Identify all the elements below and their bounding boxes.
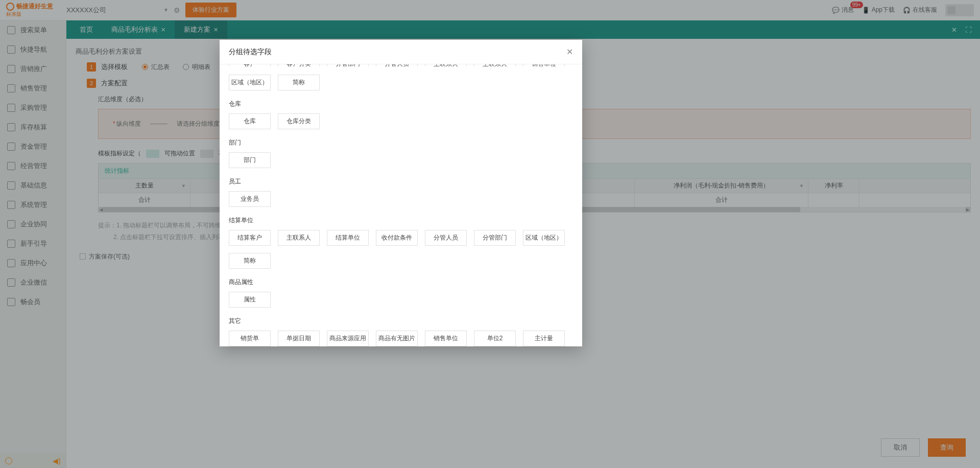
field-chip[interactable]: 商品有无图片 (376, 331, 418, 346)
field-group-title: 商品属性 (229, 278, 573, 287)
field-chip[interactable]: 主计量 (523, 331, 565, 346)
field-chip[interactable]: 主联系人 (425, 64, 467, 66)
field-chip[interactable]: 主联系人 (278, 230, 320, 246)
field-group-title: 其它 (229, 317, 573, 325)
field-chip[interactable]: 单据日期 (278, 331, 320, 346)
field-row: 仓库仓库分类 (229, 113, 573, 129)
field-row: 业务员 (229, 191, 573, 207)
close-icon[interactable]: ✕ (566, 47, 573, 57)
field-row: 区域（地区） 简称 (229, 74, 573, 90)
field-chip[interactable]: 区域（地区） (229, 75, 271, 90)
field-chip[interactable]: 销售单位 (523, 64, 565, 66)
field-row: 销货单单据日期商品来源应用商品有无图片销售单位单位2主计量制单人审核人出库人预计… (229, 331, 573, 346)
field-chip[interactable]: 结算客户 (229, 230, 271, 246)
field-chip[interactable]: 分管人员 (376, 64, 418, 66)
field-chip[interactable]: 客户 (229, 64, 271, 66)
field-chip[interactable]: 单位2 (474, 331, 516, 346)
field-chip[interactable]: 主联系人 (474, 64, 516, 66)
field-chip[interactable]: 业务员 (229, 191, 271, 207)
field-chip[interactable]: 部门 (229, 152, 271, 168)
field-chip[interactable]: 仓库分类 (278, 113, 320, 129)
field-chip[interactable]: 客户分类 (278, 64, 320, 66)
field-row: 客户 客户分类 分管部门 分管人员 主联系人 主联系人 销售单位 (229, 64, 573, 66)
field-chip[interactable]: 销售单位 (425, 331, 467, 346)
field-chip[interactable]: 分管人员 (425, 230, 467, 246)
field-chip[interactable]: 简称 (278, 75, 320, 90)
field-row: 属性 (229, 292, 573, 308)
field-chip[interactable]: 收付款条件 (376, 230, 418, 246)
field-group-title: 结算单位 (229, 216, 573, 225)
field-chip[interactable]: 仓库 (229, 113, 271, 129)
field-chip[interactable]: 商品来源应用 (327, 331, 369, 346)
modal-header: 分组待选字段 ✕ (220, 40, 582, 64)
field-group-title: 部门 (229, 138, 573, 147)
field-group-title: 仓库 (229, 100, 573, 108)
modal-title: 分组待选字段 (229, 48, 566, 57)
field-chip[interactable]: 属性 (229, 292, 271, 308)
field-row: 结算客户主联系人结算单位收付款条件分管人员分管部门区域（地区）简称 (229, 230, 573, 269)
field-chip[interactable]: 区域（地区） (523, 230, 565, 246)
field-chip[interactable]: 销货单 (229, 331, 271, 346)
field-chip[interactable]: 结算单位 (327, 230, 369, 246)
modal-body[interactable]: 客户 客户分类 分管部门 分管人员 主联系人 主联系人 销售单位 区域（地区） … (220, 64, 582, 346)
field-group-title: 员工 (229, 177, 573, 186)
field-chip[interactable]: 简称 (229, 253, 271, 269)
field-chip[interactable]: 分管部门 (327, 64, 369, 66)
group-field-modal: 分组待选字段 ✕ 客户 客户分类 分管部门 分管人员 主联系人 主联系人 销售单… (220, 40, 582, 346)
field-row: 部门 (229, 152, 573, 168)
field-chip[interactable]: 分管部门 (474, 230, 516, 246)
